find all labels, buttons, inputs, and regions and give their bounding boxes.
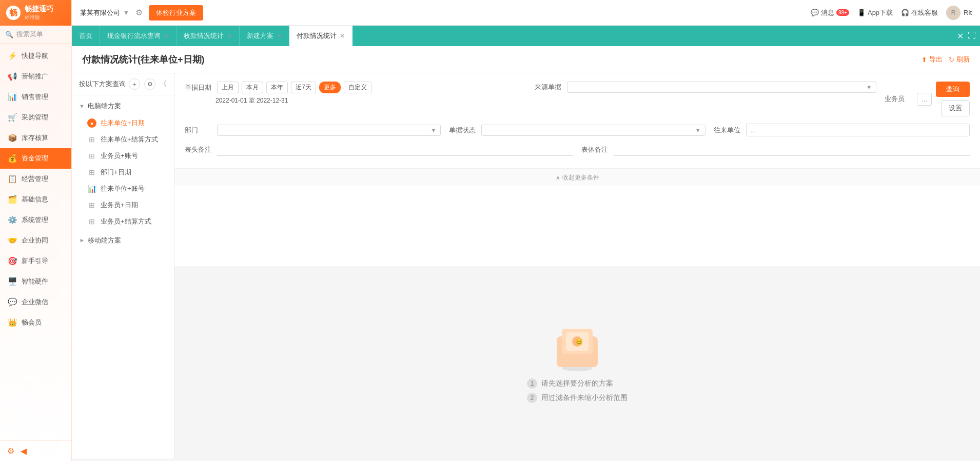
sidebar-item-inventory[interactable]: 📦 库存核算 bbox=[0, 128, 71, 148]
tab-bank[interactable]: 现金银行流水查询 ✕ bbox=[100, 26, 177, 46]
date-btn-last7[interactable]: 近7天 bbox=[291, 82, 316, 93]
page-title: 付款情况统计(往来单位+日期) bbox=[82, 53, 205, 66]
search-icon: 🔍 bbox=[5, 31, 13, 38]
topbar-settings-icon[interactable]: ⚙ bbox=[135, 8, 143, 17]
tab-receipt-close[interactable]: ✕ bbox=[227, 32, 232, 39]
export-btn[interactable]: ⬆ 导出 bbox=[922, 55, 943, 64]
close-all-tabs-btn[interactable]: ✕ bbox=[957, 31, 964, 41]
dept-label: 部门 bbox=[185, 126, 213, 135]
add-scheme-btn[interactable]: ＋ bbox=[129, 78, 140, 90]
dept-filter-item: 部门 ▼ bbox=[185, 125, 441, 136]
dept-select-arrow: ▼ bbox=[430, 127, 436, 133]
enterprise-icon: 🤝 bbox=[7, 235, 17, 246]
sidebar-item-operation[interactable]: 📋 经营管理 bbox=[0, 169, 71, 189]
message-icon: 💬 bbox=[811, 9, 819, 16]
sidebar-item-member[interactable]: 👑 畅会员 bbox=[0, 312, 71, 333]
salesman-label: 业务员 bbox=[885, 94, 913, 104]
user-avatar: R bbox=[946, 6, 961, 20]
tab-payment-close[interactable]: ✕ bbox=[340, 32, 345, 39]
main-content: 付款情况统计(往来单位+日期) ⬆ 导出 ↻ 刷新 按以下方案查询 ＋ ⚙ 《 bbox=[72, 46, 980, 461]
operation-icon: 📋 bbox=[7, 174, 17, 184]
user-menu[interactable]: R Rit bbox=[946, 6, 972, 20]
nav-list: ⚡ 快捷导航 📢 营销推广 📊 销售管理 🛒 采购管理 📦 库存核算 💰 资金管… bbox=[0, 44, 71, 440]
collapse-sidebar-btn[interactable]: ◀ bbox=[21, 446, 27, 456]
search-menu[interactable]: 🔍 搜索菜单 bbox=[0, 26, 71, 44]
quick-nav-icon: ⚡ bbox=[7, 51, 17, 61]
sidebar-item-wechat[interactable]: 💬 企业微信 bbox=[0, 292, 71, 312]
date-btn-last-month[interactable]: 上月 bbox=[217, 82, 239, 93]
sidebar-item-quick-nav[interactable]: ⚡ 快捷导航 bbox=[0, 46, 71, 66]
scheme-item-counterpart-date[interactable]: ● 往来单位+日期 bbox=[72, 115, 174, 131]
result-area: 😊 1 请先选择要分析的方案 2 用过滤条件来缩小分析范围 bbox=[174, 266, 980, 459]
collapse-scheme-panel-btn[interactable]: 《 bbox=[160, 79, 167, 89]
sidebar-item-purchase[interactable]: 🛒 采购管理 bbox=[0, 107, 71, 128]
trial-btn[interactable]: 体验行业方案 bbox=[149, 5, 203, 21]
scheme-item-salesman-settle[interactable]: ⊞ 业务员+结算方式 bbox=[72, 213, 174, 230]
sidebar-item-marketing[interactable]: 📢 营销推广 bbox=[0, 66, 71, 87]
counterpart-select-btn[interactable]: ... bbox=[746, 124, 970, 136]
scheme-icon-2: ⊞ bbox=[87, 151, 96, 161]
scheme-item-counterpart-settle[interactable]: ⊞ 往来单位+结算方式 bbox=[72, 131, 174, 148]
collapse-conditions-btn[interactable]: ∧ 收起更多条件 bbox=[174, 169, 980, 186]
sidebar-item-finance[interactable]: 💰 资金管理 bbox=[0, 148, 71, 169]
date-btn-custom[interactable]: 自定义 bbox=[344, 82, 371, 93]
logo-icon: 畅 bbox=[6, 6, 21, 20]
tab-new-scheme[interactable]: 新建方案 ✕ bbox=[240, 26, 289, 46]
voucher-status-select[interactable]: ▼ bbox=[481, 125, 705, 136]
date-btn-this-year[interactable]: 本年 bbox=[266, 82, 288, 93]
tab-payment[interactable]: 付款情况统计 ✕ bbox=[289, 26, 352, 46]
collapse-icon: ∧ bbox=[556, 174, 560, 182]
source-select[interactable]: ▼ bbox=[567, 82, 876, 93]
date-btn-more[interactable]: 更多 bbox=[319, 82, 341, 93]
right-panel: 单据日期 上月 本月 本年 近7天 更多 自定义 2022 bbox=[174, 73, 980, 458]
dept-select[interactable]: ▼ bbox=[217, 125, 441, 136]
scheme-panel-actions: ＋ ⚙ 《 bbox=[129, 78, 167, 90]
scheme-icon-1: ⊞ bbox=[87, 135, 96, 144]
date-btn-this-month[interactable]: 本月 bbox=[242, 82, 263, 93]
query-button[interactable]: 查询 bbox=[936, 82, 970, 97]
empty-msg-2: 2 用过滤条件来缩小分析范围 bbox=[527, 393, 628, 403]
sidebar-item-guide[interactable]: 🎯 新手引导 bbox=[0, 251, 71, 271]
empty-messages: 1 请先选择要分析的方案 2 用过滤条件来缩小分析范围 bbox=[527, 378, 628, 403]
refresh-btn[interactable]: ↻ 刷新 bbox=[949, 55, 970, 64]
body-note-label: 表体备注 bbox=[581, 145, 610, 154]
salesman-select-btn[interactable]: ... bbox=[917, 93, 932, 106]
pc-scheme-group: ▼ 电脑端方案 ● 往来单位+日期 ⊞ 往来单位+结算方式 ⊞ 业务员+账号 ⊞ bbox=[72, 95, 174, 232]
scheme-settings-btn[interactable]: ⚙ bbox=[144, 78, 155, 90]
query-btn-group: 查询 设置 bbox=[936, 82, 970, 116]
scheme-item-salesman-account[interactable]: ⊞ 业务员+账号 bbox=[72, 148, 174, 164]
page-header: 付款情况统计(往来单位+日期) ⬆ 导出 ↻ 刷新 bbox=[72, 46, 980, 73]
source-select-arrow: ▼ bbox=[866, 84, 872, 90]
source-label: 来源单据 bbox=[535, 83, 563, 92]
sidebar-item-enterprise[interactable]: 🤝 企业协同 bbox=[0, 230, 71, 251]
sidebar-item-hardware[interactable]: 🖥️ 智能硬件 bbox=[0, 271, 71, 292]
maximize-btn[interactable]: ⛶ bbox=[968, 31, 976, 41]
tab-receipt[interactable]: 收款情况统计 ✕ bbox=[177, 26, 240, 46]
tab-new-scheme-close[interactable]: ✕ bbox=[277, 32, 282, 39]
scheme-item-dept-date[interactable]: ⊞ 部门+日期 bbox=[72, 164, 174, 181]
settings-footer-btn[interactable]: ⚙ bbox=[7, 446, 14, 456]
settings-button[interactable]: 设置 bbox=[941, 100, 970, 116]
headset-icon: 🎧 bbox=[901, 9, 909, 16]
header-note-input[interactable] bbox=[217, 144, 573, 156]
mobile-group-header[interactable]: ▼ 移动端方案 bbox=[72, 232, 174, 249]
message-action[interactable]: 💬 消息 99+ bbox=[811, 8, 849, 17]
sidebar-item-system[interactable]: ⚙️ 系统管理 bbox=[0, 210, 71, 230]
empty-svg: 😊 bbox=[546, 321, 608, 372]
empty-msg-1: 1 请先选择要分析的方案 bbox=[527, 378, 628, 389]
online-service-action[interactable]: 🎧 在线客服 bbox=[901, 8, 938, 17]
sidebar-item-sales[interactable]: 📊 销售管理 bbox=[0, 87, 71, 107]
body-note-input[interactable] bbox=[614, 144, 970, 156]
pc-group-header[interactable]: ▼ 电脑端方案 bbox=[72, 97, 174, 115]
tab-bank-close[interactable]: ✕ bbox=[164, 32, 169, 39]
scheme-item-counterpart-account[interactable]: 📊 往来单位+账号 bbox=[72, 181, 174, 197]
date-label: 单据日期 bbox=[185, 83, 213, 92]
app-download-action[interactable]: 📱 App下载 bbox=[857, 8, 893, 17]
tab-home[interactable]: 首页 bbox=[72, 26, 100, 46]
counterpart-filter-item: 往来单位 ... bbox=[714, 124, 970, 136]
content-area: 按以下方案查询 ＋ ⚙ 《 ▼ 电脑端方案 ● 往来单位+日期 ⊞ bbox=[72, 73, 980, 458]
header-note-label: 表头备注 bbox=[185, 145, 213, 154]
hardware-icon: 🖥️ bbox=[7, 276, 17, 287]
sidebar-item-basic[interactable]: 🗂️ 基础信息 bbox=[0, 189, 71, 210]
scheme-item-salesman-date[interactable]: ⊞ 业务员+日期 bbox=[72, 197, 174, 213]
